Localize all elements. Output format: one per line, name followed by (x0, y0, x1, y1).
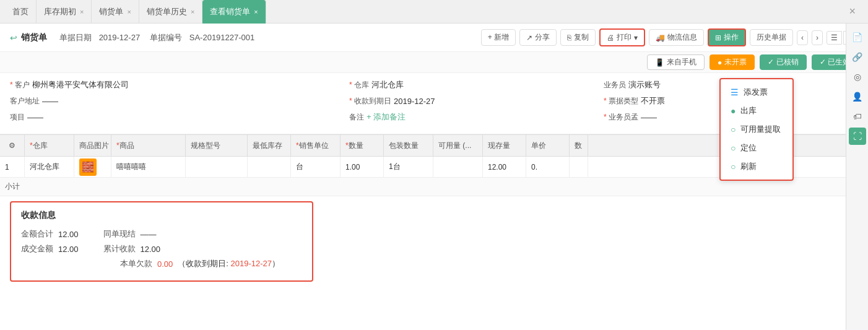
same-order-value: —— (141, 230, 157, 239)
close-sales-history[interactable]: × (191, 8, 194, 15)
outbound-icon: ● (731, 106, 736, 116)
dropdown-outbound[interactable]: ● 出库 (721, 102, 792, 120)
window-close-button[interactable]: × (841, 5, 863, 18)
ticket-type-value: 不开票 (641, 95, 665, 106)
list-view-button[interactable]: ☰ (827, 31, 842, 45)
col-warehouse-header: 仓库 (25, 135, 74, 156)
warehouse-field: 仓库 河北仓库 (349, 79, 604, 90)
balance-field: 本单欠款 0.00 （收款到期日: 2019-12-27） (120, 258, 280, 269)
dropdown-add-invoice[interactable]: ☰ 添发票 (721, 83, 792, 102)
share-button[interactable]: ↗ 分享 (519, 29, 557, 46)
document-title: 销货单 (21, 32, 47, 43)
main-content: ↩ 销货单 单据日期 2019-12-27 单据编号 SA-20191227-0… (0, 24, 868, 330)
row-warehouse: 河北仓库 (25, 157, 74, 177)
row-packqty: 1台 (384, 157, 433, 177)
transaction-field: 成交金额 12.00 (21, 243, 79, 254)
total-amount-label: 金额合计 (21, 228, 53, 240)
nav-next-button[interactable]: › (812, 30, 823, 45)
share-icon: ↗ (526, 33, 532, 42)
print-button[interactable]: 🖨 打印 ▾ (599, 28, 645, 46)
truck-icon: 🚚 (656, 33, 665, 42)
address-label: 客户地址 (10, 96, 40, 106)
row-minstock (248, 157, 291, 177)
due-date-label: 收款到期日 (349, 96, 391, 106)
note-field: 备注 + 添加备注 (349, 111, 604, 123)
row-product: 嘻嘻嘻嘻 (111, 157, 186, 177)
number-label: 单据编号 SA-20191227-001 (150, 32, 254, 43)
address-value: —— (42, 97, 58, 106)
table-settings-col[interactable]: ⚙ (0, 135, 25, 156)
phone-status-button[interactable]: 📱 来自手机 (647, 54, 705, 70)
document-meta: 单据日期 2019-12-27 单据编号 SA-20191227-001 (59, 32, 481, 43)
balance-value: 0.00 (157, 259, 173, 269)
copy-icon: ⎘ (567, 33, 571, 42)
nav-prev-button[interactable]: ‹ (797, 30, 808, 45)
sidebar-tag-icon[interactable]: 🏷 (849, 108, 866, 125)
status-bar: 📱 来自手机 ● 未开票 ✓ 已核销 ✓ 已生效 (0, 52, 868, 73)
date-value: 2019-12-27 (99, 33, 141, 42)
print-icon: 🖨 (607, 33, 614, 42)
row-price: 0. (526, 157, 570, 177)
salesperson-value: 演示账号 (628, 79, 661, 90)
phone-icon: 📱 (655, 58, 664, 67)
refresh-icon: ○ (731, 162, 736, 172)
add-button[interactable]: + 新增 (481, 29, 516, 46)
salesperson2-label: 业务员孟 (604, 112, 638, 123)
cumulative-value: 12.00 (141, 245, 161, 254)
tab-view-sales-order[interactable]: 查看销货单 × (202, 0, 266, 24)
history-button[interactable]: 历史单据 (750, 29, 793, 46)
sidebar-expand-icon[interactable]: ⛶ (849, 128, 866, 145)
address-field: 客户地址 —— (10, 96, 349, 106)
doc-icon: ↩ (10, 33, 17, 43)
col-more-header: 数 (570, 135, 588, 156)
operate-button[interactable]: ⊞ 操作 (708, 28, 746, 46)
sidebar-circle-icon[interactable]: ◎ (849, 68, 866, 85)
col-qty-header: 数量 (341, 135, 384, 156)
col-price-header: 单价 (526, 135, 570, 156)
dropdown-refresh[interactable]: ○ 刷新 (721, 157, 792, 176)
customer-field: 客户 柳州粤港平安气体有限公司 (10, 79, 349, 90)
confirmed-status-button[interactable]: ✓ 已核销 (760, 54, 806, 70)
row-stock: 12.00 (483, 157, 526, 177)
col-spec-header: 规格型号 (186, 135, 248, 156)
logistics-button[interactable]: 🚚 物流信息 (649, 29, 704, 46)
dropdown-locate[interactable]: ○ 定位 (721, 139, 792, 157)
salesperson2-value: —— (641, 113, 657, 122)
col-packqty-header: 包装数量 (384, 135, 433, 156)
col-image-header: 商品图片 (74, 135, 111, 156)
add-note-button[interactable]: + 添加备注 (367, 111, 406, 123)
tab-bar: 首页 库存期初 × 销货单 × 销货单历史 × 查看销货单 × × (0, 0, 868, 24)
sidebar-link-icon[interactable]: 🔗 (849, 48, 866, 66)
sidebar-person-icon[interactable]: 👤 (849, 88, 866, 105)
tab-sales-history[interactable]: 销货单历史 × (139, 0, 202, 24)
col-stock-header: 现存量 (483, 135, 526, 156)
total-amount-value: 12.00 (58, 230, 79, 239)
close-sales-order[interactable]: × (127, 8, 131, 15)
due-date-value: 2019-12-27 (394, 97, 435, 106)
payment-row-2: 成交金额 12.00 累计收款 12.00 (21, 243, 302, 254)
invoice-icon: ☰ (731, 87, 739, 97)
ticket-icon: ● (718, 58, 722, 67)
note-label: 备注 (349, 112, 364, 123)
project-field: 项目 —— (10, 112, 349, 123)
tab-inventory-init[interactable]: 库存期初 × (37, 0, 92, 24)
row-more (570, 157, 588, 177)
copy-button[interactable]: ⎘ 复制 (560, 29, 596, 46)
sidebar-doc-icon[interactable]: 📄 (849, 28, 866, 46)
close-inventory-init[interactable]: × (80, 8, 84, 15)
print-chevron-icon: ▾ (634, 33, 638, 42)
dropdown-available-pickup[interactable]: ○ 可用量提取 (721, 120, 792, 139)
unopened-status-button[interactable]: ● 未开票 (710, 54, 755, 70)
col-minstock-header: 最低库存 (248, 135, 291, 156)
col-available-header: 可用量 (... (433, 135, 483, 156)
close-view-sales-order[interactable]: × (254, 8, 258, 15)
grid-icon: ⊞ (715, 33, 721, 42)
row-spec (186, 157, 248, 177)
transaction-value: 12.00 (58, 245, 79, 254)
row-unit: 台 (291, 157, 341, 177)
transaction-label: 成交金额 (21, 243, 53, 254)
tab-home[interactable]: 首页 (5, 0, 37, 24)
balance-label: 本单欠款 (120, 258, 152, 269)
col-product-header: 商品 (111, 135, 186, 156)
tab-sales-order[interactable]: 销货单 × (92, 0, 139, 24)
